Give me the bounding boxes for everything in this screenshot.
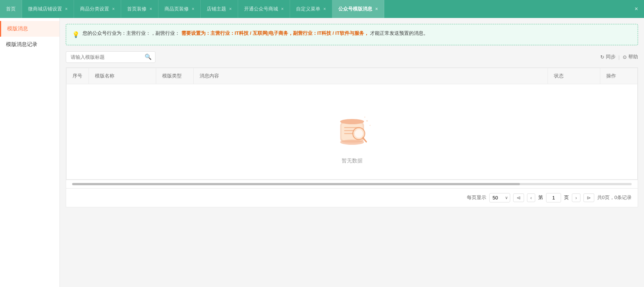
top-nav: 首页 微商城店铺设置 × 商品分类设置 × 首页装修 × 商品页装修 × 店铺主…	[0, 0, 644, 18]
nav-tab-custom-menu[interactable]: 自定义菜单 ×	[290, 0, 332, 18]
page-next-button[interactable]: ›	[572, 193, 580, 202]
close-product-decor-icon[interactable]: ×	[192, 7, 194, 11]
svg-point-8	[355, 129, 363, 138]
nav-tab-store-settings[interactable]: 微商城店铺设置 ×	[22, 0, 74, 18]
nav-tab-home-label: 首页	[6, 6, 16, 12]
close-theme-icon[interactable]: ×	[229, 7, 232, 11]
close-wechat-mall-icon[interactable]: ×	[281, 7, 284, 11]
col-header-status: 状态	[548, 68, 600, 84]
close-category-icon[interactable]: ×	[112, 7, 115, 11]
nav-tab-template-msg[interactable]: 公众号模版消息 ×	[332, 0, 384, 18]
close-custom-menu-icon[interactable]: ×	[323, 7, 326, 11]
help-button[interactable]: ⊙ 帮助	[623, 54, 638, 60]
nav-tab-store-settings-label: 微商城店铺设置	[28, 6, 62, 12]
top-actions: ↻ 同步 | ⊙ 帮助	[600, 54, 638, 60]
nav-tab-template-msg-label: 公众号模版消息	[338, 6, 372, 12]
scrollbar-area	[66, 180, 638, 188]
table-wrapper: 序号 模版名称 模版类型 消息内容 状态 操作	[66, 67, 638, 207]
scrollbar-thumb[interactable]	[72, 183, 520, 185]
nav-tab-home-decor-label: 首页装修	[127, 6, 147, 12]
col-header-content: 消息内容	[194, 68, 548, 84]
nav-tab-wechat-mall-label: 开通公众号商城	[244, 6, 278, 12]
close-home-decor-icon[interactable]: ×	[150, 7, 152, 11]
close-all-button[interactable]: ×	[629, 6, 644, 12]
nav-tab-product-decor[interactable]: 商品页装修 ×	[158, 0, 201, 18]
nav-tab-custom-menu-label: 自定义菜单	[296, 6, 320, 12]
empty-state: 暂无数据	[67, 84, 637, 179]
col-header-name: 模版名称	[89, 68, 156, 84]
close-template-msg-icon[interactable]: ×	[375, 7, 378, 11]
alert-box: 💡 您的公众号行业为：主营行业：，副营行业： 需要设置为：主营行业：IT科技 /…	[66, 24, 638, 45]
sidebar-item-template-msg[interactable]: 模版消息	[0, 21, 59, 37]
divider: |	[619, 54, 620, 60]
nav-tab-wechat-mall[interactable]: 开通公众号商城 ×	[238, 0, 290, 18]
search-input[interactable]	[66, 51, 155, 63]
search-input-wrapper: 🔍	[66, 51, 155, 63]
pagination: 每页显示 50 20 100 ⊲ ‹ 第 页 › ⊳ 共0页，0条记录	[66, 188, 638, 207]
nav-tab-home-decor[interactable]: 首页装修 ×	[121, 0, 158, 18]
sync-button[interactable]: ↻ 同步	[600, 54, 616, 60]
nav-tab-theme[interactable]: 店铺主题 ×	[201, 0, 238, 18]
sidebar: 模版消息 模版消息记录	[0, 18, 60, 287]
svg-point-6	[340, 119, 364, 124]
svg-point-13	[340, 140, 364, 145]
svg-point-10	[366, 120, 368, 122]
sync-icon: ↻	[600, 54, 604, 60]
page-size-select[interactable]: 50 20 100	[489, 193, 510, 202]
alert-text: 您的公众号行业为：主营行业：，副营行业： 需要设置为：主营行业：IT科技 / 互…	[83, 30, 428, 37]
nav-tab-theme-label: 店铺主题	[207, 6, 226, 12]
page-label-pre: 第	[538, 194, 543, 201]
nav-tab-home[interactable]: 首页	[0, 0, 22, 18]
close-store-settings-icon[interactable]: ×	[65, 7, 68, 11]
search-bar: 🔍 ↻ 同步 | ⊙ 帮助	[66, 51, 638, 63]
page-label-post: 页	[564, 194, 569, 201]
alert-icon: 💡	[72, 30, 80, 40]
svg-point-12	[364, 116, 365, 117]
content-area: 💡 您的公众号行业为：主营行业：，副营行业： 需要设置为：主营行业：IT科技 /…	[60, 18, 644, 287]
page-last-button[interactable]: ⊳	[583, 193, 594, 202]
sidebar-item-template-msg-record[interactable]: 模版消息记录	[0, 37, 59, 52]
empty-text: 暂无数据	[342, 158, 363, 164]
col-header-type: 模版类型	[156, 68, 194, 84]
page-size-label: 每页显示	[467, 194, 486, 201]
col-header-actions: 操作	[600, 68, 638, 84]
page-first-button[interactable]: ⊲	[513, 193, 524, 202]
page-input[interactable]	[546, 193, 561, 202]
data-table: 序号 模版名称 模版类型 消息内容 状态 操作	[66, 68, 638, 180]
scrollbar-track[interactable]	[72, 183, 632, 185]
col-header-index: 序号	[67, 68, 89, 84]
main-layout: 模版消息 模版消息记录 💡 您的公众号行业为：主营行业：，副营行业： 需要设置为…	[0, 18, 644, 287]
page-prev-button[interactable]: ‹	[527, 193, 535, 202]
svg-point-11	[369, 125, 370, 126]
empty-illustration	[330, 107, 375, 152]
page-size-wrapper: 50 20 100	[489, 193, 510, 202]
search-icon[interactable]: 🔍	[145, 54, 152, 60]
help-icon: ⊙	[623, 54, 627, 60]
page-total: 共0页，0条记录	[597, 194, 632, 201]
nav-tab-category-label: 商品分类设置	[80, 6, 109, 12]
nav-tab-category[interactable]: 商品分类设置 ×	[74, 0, 121, 18]
nav-tab-product-decor-label: 商品页装修	[164, 6, 189, 12]
